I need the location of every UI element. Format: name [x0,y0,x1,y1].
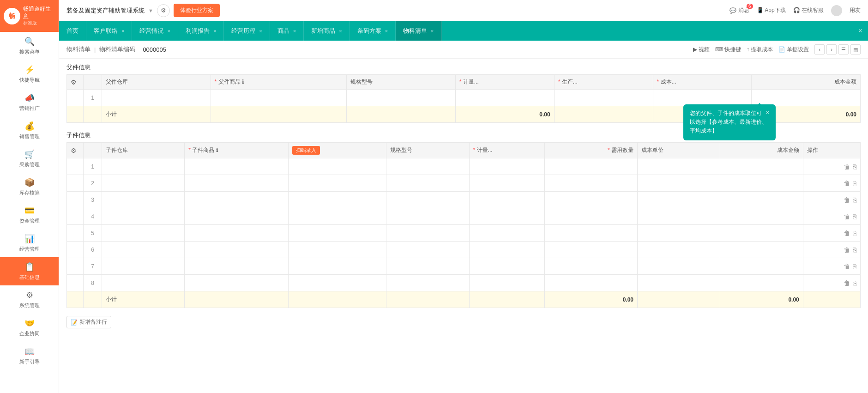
child-row7-product[interactable] [185,258,288,275]
child-row7-qty[interactable] [544,258,637,275]
parent-row1-spec[interactable] [347,90,456,106]
child-row1-unit-cost[interactable] [638,158,720,175]
sidebar-logo[interactable]: 畅 畅通道好生意 标准版 [0,0,59,32]
online-service-button[interactable]: 🎧 在线客服 [793,6,824,14]
delete-icon-8[interactable]: 🗑 [844,279,850,287]
tab-bom[interactable]: 物料清单 × [396,21,441,41]
child-row7-warehouse[interactable] [102,258,185,275]
sidebar-item-system[interactable]: ⚙ 系统管理 [0,285,59,314]
child-row5-product[interactable] [185,225,288,242]
child-row7-unit[interactable] [469,258,544,275]
child-row2-qty[interactable] [544,175,637,192]
delete-icon-2[interactable]: 🗑 [844,180,850,187]
child-row1-product[interactable] [185,158,288,175]
copy-icon-2[interactable]: ⎘ [853,180,856,187]
sidebar-item-basic-info[interactable]: 📋 基础信息 [0,257,59,285]
child-row8-warehouse[interactable] [102,275,185,291]
sidebar-item-sales[interactable]: 💰 销售管理 [0,116,59,145]
nav-menu-button[interactable]: ☰ [838,44,849,54]
nav-list-button[interactable]: ▤ [850,44,861,54]
tab-customer-close[interactable]: × [121,28,124,34]
child-row8-product[interactable] [185,275,288,291]
copy-icon-6[interactable]: ⎘ [853,246,856,254]
child-th-settings[interactable]: ⚙ [67,143,84,158]
child-row1-warehouse[interactable] [102,158,185,175]
child-row8-unit-cost[interactable] [638,275,720,291]
tab-barcode-close[interactable]: × [385,28,388,34]
app-download-button[interactable]: 📱 App下载 [757,6,786,14]
child-row2-unit-cost[interactable] [638,175,720,192]
sidebar-item-enterprise[interactable]: 🤝 企业协同 [0,314,59,342]
nav-prev-button[interactable]: ‹ [814,44,825,54]
sidebar-item-quick-nav[interactable]: ⚡ 快捷导航 [0,60,59,88]
tab-history-close[interactable]: × [259,28,262,34]
child-row3-unit-cost[interactable] [638,192,720,208]
tab-profit[interactable]: 利润报告 × [178,21,224,41]
child-row4-unit[interactable] [469,208,544,225]
child-row6-unit-cost[interactable] [638,242,720,258]
copy-icon-3[interactable]: ⎘ [853,196,856,204]
tab-new-goods[interactable]: 新增商品 × [304,21,350,41]
copy-icon-1[interactable]: ⎘ [853,163,856,170]
child-row3-spec[interactable] [386,192,469,208]
extract-cost-action[interactable]: ↑ 提取成本 [747,46,773,54]
child-row2-warehouse[interactable] [102,175,185,192]
delete-icon-1[interactable]: 🗑 [844,163,850,170]
child-row4-qty[interactable] [544,208,637,225]
system-dropdown-arrow[interactable]: ▼ [148,8,153,13]
copy-icon-8[interactable]: ⎘ [853,279,856,287]
child-row8-unit[interactable] [469,275,544,291]
breadcrumb-item-2[interactable]: 物料清单编码 [99,45,135,54]
avatar[interactable] [831,5,842,16]
delete-icon-3[interactable]: 🗑 [844,196,850,204]
sidebar-item-inventory[interactable]: 📦 库存核算 [0,173,59,201]
child-row1-unit[interactable] [469,158,544,175]
child-row6-unit[interactable] [469,242,544,258]
sidebar-item-guide[interactable]: 📖 新手引导 [0,342,59,370]
tab-bom-close[interactable]: × [431,28,434,34]
delete-icon-5[interactable]: 🗑 [844,230,850,237]
child-row7-unit-cost[interactable] [638,258,720,275]
copy-icon-7[interactable]: ⎘ [853,263,856,270]
child-row5-qty[interactable] [544,225,637,242]
tab-operation[interactable]: 经营情况 × [132,21,178,41]
message-button[interactable]: 💬 消息 6 [729,6,749,14]
tab-history[interactable]: 经营历程 × [224,21,270,41]
tab-home[interactable]: 首页 [59,21,86,41]
child-row6-product[interactable] [185,242,288,258]
child-row1-qty[interactable] [544,158,637,175]
nav-next-button[interactable]: › [826,44,837,54]
child-row2-unit[interactable] [469,175,544,192]
parent-th-settings[interactable]: ⚙ [67,75,84,90]
child-row8-spec[interactable] [386,275,469,291]
child-row3-unit[interactable] [469,192,544,208]
settings-button[interactable]: ⚙ [157,4,170,17]
child-row1-spec[interactable] [386,158,469,175]
single-setting-action[interactable]: 📄 单据设置 [778,46,809,54]
delete-icon-4[interactable]: 🗑 [844,213,850,220]
child-row4-product[interactable] [185,208,288,225]
parent-row1-cost[interactable] [653,90,752,106]
sidebar-item-finance[interactable]: 💳 资金管理 [0,201,59,229]
child-row7-spec[interactable] [386,258,469,275]
child-row8-qty[interactable] [544,275,637,291]
tab-customer[interactable]: 客户联络 × [86,21,132,41]
sidebar-item-search[interactable]: 🔍 搜索菜单 [0,32,59,60]
parent-row1-warehouse[interactable] [102,90,211,106]
child-row2-spec[interactable] [386,175,469,192]
child-row2-product[interactable] [185,175,288,192]
delete-icon-7[interactable]: 🗑 [844,263,850,270]
add-row-button[interactable]: 📝 新增备注行 [66,316,111,328]
copy-icon-4[interactable]: ⎘ [853,213,856,220]
copy-icon-5[interactable]: ⎘ [853,230,856,237]
child-row5-unit[interactable] [469,225,544,242]
experience-button[interactable]: 体验行业方案 [174,4,220,17]
child-row4-unit-cost[interactable] [638,208,720,225]
tab-new-goods-close[interactable]: × [339,28,342,34]
tab-barcode[interactable]: 条码方案 × [350,21,396,41]
tab-goods[interactable]: 商品 × [270,21,304,41]
tab-goods-close[interactable]: × [293,28,296,34]
parent-settings-icon[interactable]: ⚙ [71,79,77,86]
child-row5-warehouse[interactable] [102,225,185,242]
child-row3-product[interactable] [185,192,288,208]
